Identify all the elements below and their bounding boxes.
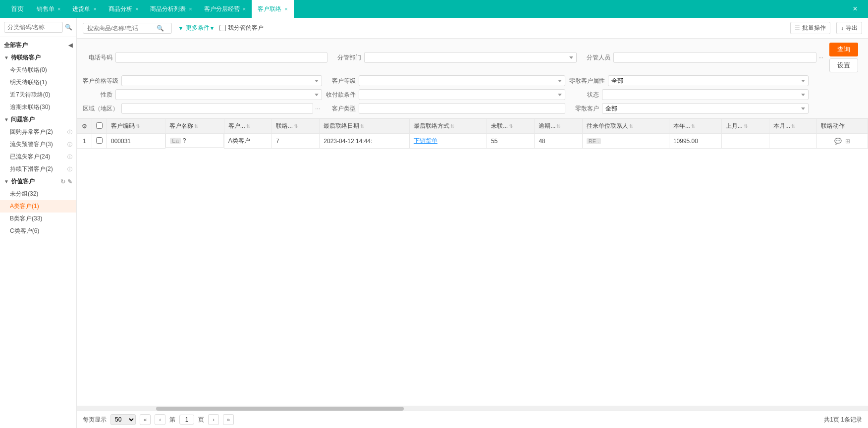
refresh-icon[interactable]: ↻ <box>60 178 65 185</box>
manager-input[interactable] <box>613 52 816 63</box>
filter-search-icon[interactable]: 🔍 <box>157 25 164 32</box>
sidebar-item-overdue[interactable]: 逾期未联络(30) <box>0 101 76 113</box>
tab-purchase[interactable]: 进货单 × <box>66 0 102 18</box>
prev-page-btn[interactable]: ‹ <box>155 414 165 425</box>
query-button[interactable]: 查询 <box>829 43 858 56</box>
col-type-header[interactable]: 客户... ⇅ <box>224 119 271 134</box>
sidebar-search-input[interactable] <box>4 22 63 33</box>
col-contact-header[interactable]: 联络... ⇅ <box>272 119 320 134</box>
manager-dots[interactable]: ··· <box>816 54 825 61</box>
info-icon-2: ⓘ <box>67 154 72 160</box>
export-button[interactable]: ↓ 导出 <box>836 22 862 34</box>
sidebar-item-c-class[interactable]: C类客户(6) <box>0 225 76 237</box>
phone-input[interactable] <box>115 52 327 63</box>
name-text: ? <box>183 137 186 144</box>
sidebar-item-ungrouped[interactable]: 未分组(32) <box>0 188 76 200</box>
col-lastdate-header[interactable]: 最后联络日期 ⇅ <box>320 119 410 134</box>
sidebar-collapse-btn[interactable]: ◀ <box>68 42 72 49</box>
my-customers-check[interactable] <box>219 25 226 31</box>
group-problem-customers[interactable]: ▼ 问题客户 <box>0 113 76 126</box>
region-input[interactable] <box>121 103 313 114</box>
action-icon-1[interactable]: 💬 <box>834 138 842 145</box>
page-number-input[interactable] <box>179 415 194 425</box>
status-select[interactable] <box>602 89 809 100</box>
tab-sales[interactable]: 销售单 × <box>31 0 66 18</box>
export-icon: ↓ <box>841 25 844 32</box>
region-dots[interactable]: ··· <box>313 105 322 112</box>
col-code-header[interactable]: 客户编码 ⇅ <box>107 119 165 134</box>
col-name-header[interactable]: 客户名称 ⇅ <box>165 119 224 134</box>
col-unit-contact-header[interactable]: 往来单位联系人 ⇅ <box>582 119 669 134</box>
select-all-checkbox[interactable] <box>96 122 103 129</box>
sidebar-item-churn-warning[interactable]: 流失预警客户(3) ⓘ <box>0 138 76 151</box>
tab-product-analysis[interactable]: 商品分析 × <box>103 0 144 18</box>
sort-icon-contact: ⇅ <box>294 123 298 129</box>
retail-cust-field: 零散客户 全部 <box>569 103 809 114</box>
row-checkbox[interactable] <box>96 137 103 144</box>
content-area: 🔍 ▼ 更多条件 ▾ 我分管的客户 ☰ 批量操作 ↓ 导出 <box>77 18 868 428</box>
retail-cust-select[interactable]: 全部 <box>602 103 809 114</box>
customer-level-select[interactable] <box>359 75 565 86</box>
price-level-select[interactable] <box>121 75 322 86</box>
status-field: 状态 <box>569 89 809 100</box>
sidebar-item-today[interactable]: 今天待联络(0) <box>0 64 76 76</box>
dept-select[interactable] <box>364 52 576 63</box>
first-page-btn[interactable]: « <box>140 414 151 425</box>
dept-field: 分管部门 <box>331 52 576 63</box>
my-customers-checkbox[interactable]: 我分管的客户 <box>219 24 264 32</box>
tab-product-list[interactable]: 商品分析列表 × <box>144 0 198 18</box>
sidebar-search-icon[interactable]: 🔍 <box>65 24 72 31</box>
col-lastmethod-header[interactable]: 最后联络方式 ⇅ <box>409 119 487 134</box>
sidebar-item-b-class[interactable]: B类客户(33) <box>0 213 76 225</box>
group-value-customers[interactable]: ▼ 价值客户 ↻ ✎ <box>0 175 76 188</box>
scrollbar-thumb[interactable] <box>156 407 404 411</box>
pending-arrow: ▼ <box>4 55 9 60</box>
column-settings-icon[interactable]: ⚙ <box>82 123 87 130</box>
next-page-btn[interactable]: › <box>208 414 219 425</box>
tab-customer-tier[interactable]: 客户分层经营 × <box>198 0 252 18</box>
page-size-select[interactable]: 50 100 200 <box>110 414 136 425</box>
more-filters-btn[interactable]: ▼ 更多条件 ▾ <box>178 24 214 32</box>
sidebar-item-repurchase-abnormal[interactable]: 回购异常客户(2) ⓘ <box>0 126 76 138</box>
close-tier-tab[interactable]: × <box>243 6 246 12</box>
window-close-button[interactable]: × <box>846 0 864 18</box>
col-thismonth-header[interactable]: 本月... ⇅ <box>769 119 817 134</box>
sidebar-item-a-class[interactable]: A类客户(1) <box>0 200 76 213</box>
close-sales-tab[interactable]: × <box>57 6 60 12</box>
home-tab[interactable]: 首页 <box>4 0 31 18</box>
col-settings[interactable]: ⚙ <box>77 119 92 134</box>
sidebar-item-7days[interactable]: 近7天待联络(0) <box>0 89 76 101</box>
col-lastmonth-header[interactable]: 上月... ⇅ <box>721 119 769 134</box>
problem-arrow: ▼ <box>4 117 9 122</box>
close-list-tab[interactable]: × <box>189 6 192 12</box>
close-analysis-tab[interactable]: × <box>135 6 138 12</box>
sidebar-item-tomorrow[interactable]: 明天待联络(1) <box>0 76 76 89</box>
price-level-label: 客户价格等级 <box>83 77 118 85</box>
manager-field: 分管人员 ··· <box>581 52 825 63</box>
last-method-link[interactable]: 下销货单 <box>414 137 437 144</box>
filter-search-input[interactable] <box>87 25 157 32</box>
cell-uncontacted: 55 <box>487 134 535 149</box>
top-nav: 首页 销售单 × 进货单 × 商品分析 × 商品分析列表 × 客户分层经营 × … <box>0 0 868 18</box>
nature-select[interactable] <box>115 89 322 100</box>
col-uncontacted-header[interactable]: 未联... ⇅ <box>487 119 535 134</box>
tab-customer-contact[interactable]: 客户联络 × <box>252 0 293 18</box>
payment-select[interactable] <box>359 89 565 100</box>
close-contact-tab[interactable]: × <box>284 6 287 12</box>
action-icon-2[interactable]: ⊞ <box>845 138 850 145</box>
col-overdue-header[interactable]: 逾期... ⇅ <box>535 119 582 134</box>
last-page-btn[interactable]: » <box>223 414 234 425</box>
sidebar-item-declining[interactable]: 持续下滑客户(2) ⓘ <box>0 163 76 175</box>
horizontal-scrollbar[interactable] <box>77 406 868 411</box>
group-pending-contact[interactable]: ▼ 待联络客户 <box>0 52 76 64</box>
bulk-ops-button[interactable]: ☰ 批量操作 <box>790 22 830 34</box>
sidebar-search-area: 🔍 <box>0 18 76 37</box>
cust-type-input[interactable] <box>359 103 565 114</box>
col-thisyear-header[interactable]: 本年... ⇅ <box>669 119 721 134</box>
cell-lastmethod: 下销货单 <box>409 134 487 149</box>
sidebar-item-churned[interactable]: 已流失客户(24) ⓘ <box>0 151 76 163</box>
close-purchase-tab[interactable]: × <box>93 6 96 12</box>
edit-value-icon[interactable]: ✎ <box>67 178 72 185</box>
settings-button[interactable]: 设置 <box>829 58 858 72</box>
retail-attr-select[interactable]: 全部 <box>608 75 809 86</box>
